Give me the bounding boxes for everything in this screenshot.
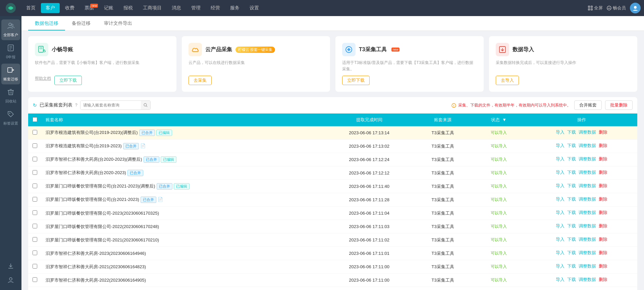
row-action-下载[interactable]: 下载 <box>567 236 576 242</box>
row-action-导入[interactable]: 导入 <box>556 156 565 162</box>
nav-operation[interactable]: 经营 <box>206 3 225 13</box>
nav-manage[interactable]: 管理 <box>186 3 205 13</box>
merge-accounts-btn[interactable]: 合并账套 <box>574 100 602 110</box>
row-checkbox[interactable] <box>33 197 37 202</box>
row-checkbox[interactable] <box>33 224 37 228</box>
sidebar-item-all-customers[interactable]: 全部客户 <box>1 19 20 40</box>
row-action-导入[interactable]: 导入 <box>556 263 565 269</box>
nav-settings[interactable]: 设置 <box>245 3 264 13</box>
row-checkbox[interactable] <box>33 143 37 148</box>
row-action-删除[interactable]: 删除 <box>599 277 607 283</box>
nav-business[interactable]: 工商项目 <box>138 3 166 13</box>
sidebar-item-zero-declaration[interactable]: 0申报 <box>1 42 20 62</box>
row-action-导入[interactable]: 导入 <box>556 196 565 202</box>
sidebar-item-migration[interactable]: 账套迁移 <box>1 64 20 84</box>
row-action-删除[interactable]: 删除 <box>599 223 607 229</box>
row-checkbox[interactable] <box>33 277 37 282</box>
card-xiaochang-download-btn[interactable]: 立即下载 <box>54 76 82 85</box>
row-action-导入[interactable]: 导入 <box>556 143 565 149</box>
row-action-调整数据[interactable]: 调整数据 <box>579 129 596 135</box>
search-input[interactable] <box>80 101 141 110</box>
row-action-调整数据[interactable]: 调整数据 <box>579 263 596 269</box>
row-action-下载[interactable]: 下载 <box>567 223 576 229</box>
sidebar-user[interactable] <box>1 274 20 287</box>
row-action-下载[interactable]: 下载 <box>567 250 576 256</box>
nav-tax[interactable]: 报税 <box>119 3 138 13</box>
row-action-导入[interactable]: 导入 <box>556 223 565 229</box>
row-checkbox[interactable] <box>33 157 37 161</box>
row-action-下载[interactable]: 下载 <box>567 183 576 189</box>
member-btn[interactable]: 畅会员 <box>607 5 626 11</box>
card-xiaochang-help-link[interactable]: 帮助文档 <box>35 76 51 85</box>
status-filter-icon[interactable]: ▼ <box>502 117 506 122</box>
row-checkbox[interactable] <box>33 184 37 188</box>
user-avatar[interactable] <box>630 3 641 13</box>
row-checkbox[interactable] <box>33 264 37 269</box>
row-action-调整数据[interactable]: 调整数据 <box>579 223 596 229</box>
row-checkbox[interactable] <box>33 237 37 242</box>
refresh-icon[interactable]: ↻ <box>33 102 37 108</box>
tab-backup-migration[interactable]: 备份迁移 <box>65 17 97 30</box>
row-action-下载[interactable]: 下载 <box>567 277 576 283</box>
row-action-调整数据[interactable]: 调整数据 <box>579 236 596 242</box>
row-action-删除[interactable]: 删除 <box>599 143 607 149</box>
row-action-调整数据[interactable]: 调整数据 <box>579 169 596 175</box>
nav-home[interactable]: 首页 <box>21 3 40 13</box>
row-action-导入[interactable]: 导入 <box>556 210 565 216</box>
row-action-导入[interactable]: 导入 <box>556 169 565 175</box>
sidebar-download[interactable] <box>1 260 20 273</box>
row-checkbox[interactable] <box>33 250 37 255</box>
card-import-go-btn[interactable]: 去导入 <box>496 76 519 85</box>
row-action-删除[interactable]: 删除 <box>599 196 607 202</box>
row-action-导入[interactable]: 导入 <box>556 129 565 135</box>
card-cloud-collect-btn[interactable]: 去采集 <box>189 76 212 85</box>
row-action-删除[interactable]: 删除 <box>599 236 607 242</box>
row-action-删除[interactable]: 删除 <box>599 169 607 175</box>
row-action-导入[interactable]: 导入 <box>556 236 565 242</box>
row-action-调整数据[interactable]: 调整数据 <box>579 250 596 256</box>
table-hint-icon[interactable]: ? <box>75 103 77 107</box>
select-all-checkbox[interactable] <box>33 117 37 122</box>
row-action-下载[interactable]: 下载 <box>567 156 576 162</box>
row-checkbox[interactable] <box>33 210 37 215</box>
row-action-下载[interactable]: 下载 <box>567 129 576 135</box>
row-action-删除[interactable]: 删除 <box>599 156 607 162</box>
row-action-调整数据[interactable]: 调整数据 <box>579 196 596 202</box>
sidebar-item-recycle[interactable]: 回收站 <box>1 86 20 106</box>
file-icon[interactable]: 📄 <box>140 143 146 148</box>
row-action-删除[interactable]: 删除 <box>599 183 607 189</box>
row-action-导入[interactable]: 导入 <box>556 277 565 283</box>
fullscreen-btn[interactable]: 全屏 <box>588 5 603 11</box>
batch-delete-btn[interactable]: 批量删除 <box>605 100 633 110</box>
row-action-删除[interactable]: 删除 <box>599 263 607 269</box>
card-t3-download-btn[interactable]: 立即下载 <box>342 76 370 85</box>
nav-ticket[interactable]: 票据 new <box>80 3 99 13</box>
nav-fee[interactable]: 收费 <box>60 3 79 13</box>
row-action-下载[interactable]: 下载 <box>567 196 576 202</box>
row-checkbox[interactable] <box>33 170 37 175</box>
row-action-调整数据[interactable]: 调整数据 <box>579 183 596 189</box>
row-action-删除[interactable]: 删除 <box>599 210 607 216</box>
row-action-下载[interactable]: 下载 <box>567 143 576 149</box>
row-action-删除[interactable]: 删除 <box>599 129 607 135</box>
row-action-调整数据[interactable]: 调整数据 <box>579 143 596 149</box>
nav-service[interactable]: 服务 <box>225 3 244 13</box>
row-action-下载[interactable]: 下载 <box>567 263 576 269</box>
row-action-导入[interactable]: 导入 <box>556 250 565 256</box>
nav-bookkeeping[interactable]: 记账 <box>99 3 118 13</box>
row-action-调整数据[interactable]: 调整数据 <box>579 277 596 283</box>
row-checkbox[interactable] <box>33 130 37 135</box>
row-action-调整数据[interactable]: 调整数据 <box>579 210 596 216</box>
row-action-调整数据[interactable]: 调整数据 <box>579 156 596 162</box>
nav-message[interactable]: 消息 <box>167 3 186 13</box>
tab-audit-export[interactable]: 审计文件导出 <box>97 17 139 30</box>
row-action-删除[interactable]: 删除 <box>599 250 607 256</box>
sidebar-item-tags[interactable]: 标签设置 <box>1 108 20 129</box>
file-icon[interactable]: 📄 <box>158 197 163 202</box>
row-action-下载[interactable]: 下载 <box>567 210 576 216</box>
tab-data-migration[interactable]: 数据包迁移 <box>28 17 65 30</box>
row-action-导入[interactable]: 导入 <box>556 183 565 189</box>
nav-customer[interactable]: 客户 <box>41 3 60 13</box>
app-logo[interactable] <box>3 1 18 15</box>
row-action-下载[interactable]: 下载 <box>567 169 576 175</box>
